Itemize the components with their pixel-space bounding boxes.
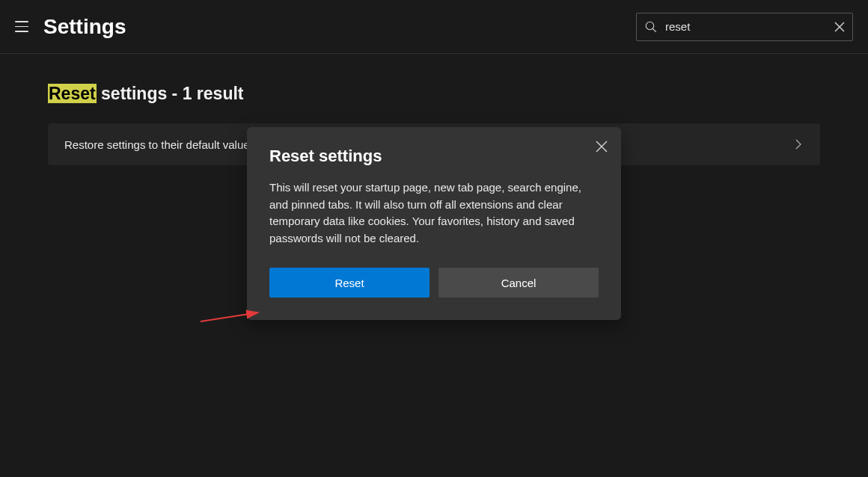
- search-box[interactable]: [636, 13, 853, 41]
- search-icon: [644, 20, 658, 34]
- close-icon[interactable]: [594, 139, 609, 154]
- chevron-right-icon: [793, 139, 804, 150]
- dialog-buttons: Reset Cancel: [269, 268, 599, 298]
- search-highlight: Reset: [48, 84, 97, 103]
- svg-line-1: [652, 28, 656, 32]
- reset-settings-dialog: Reset settings This will reset your star…: [247, 127, 621, 320]
- clear-search-icon[interactable]: [834, 22, 845, 32]
- dialog-body: This will reset your startup page, new t…: [269, 179, 599, 247]
- dialog-title: Reset settings: [269, 147, 599, 166]
- header: Settings: [0, 0, 868, 54]
- search-input[interactable]: [658, 20, 834, 33]
- setting-row-label: Restore settings to their default values: [64, 138, 255, 151]
- reset-button[interactable]: Reset: [269, 268, 430, 298]
- section-heading: Reset settings - 1 result: [48, 84, 820, 104]
- section-heading-rest: settings - 1 result: [97, 84, 244, 103]
- svg-point-0: [646, 22, 654, 30]
- cancel-button[interactable]: Cancel: [438, 268, 599, 298]
- menu-icon[interactable]: [15, 18, 33, 36]
- page-title: Settings: [43, 15, 126, 39]
